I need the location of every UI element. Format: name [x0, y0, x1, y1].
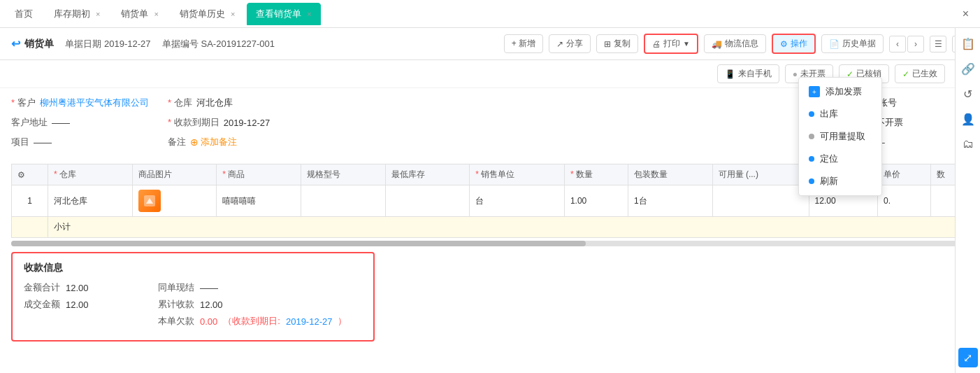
- subtotal-label: 小计: [48, 217, 968, 238]
- copy-button-label: 复制: [614, 38, 630, 50]
- total-amount-item: 金额合计 12.00: [24, 281, 136, 294]
- deal-amount-value: 12.00: [66, 300, 89, 310]
- share-icon: ↗: [556, 39, 563, 49]
- row-unit: 台: [470, 185, 565, 217]
- th-quantity: 数量: [564, 164, 628, 185]
- list-view-button[interactable]: ☰: [930, 36, 946, 52]
- tab-sales-order[interactable]: 销货单 ×: [112, 3, 167, 25]
- tab-sales-history[interactable]: 销货单历史 ×: [171, 3, 244, 25]
- sidebar-icon-expand[interactable]: ⤢: [958, 348, 978, 367]
- nav-arrows: ‹ ›: [889, 36, 924, 52]
- print-icon: 🖨: [652, 39, 661, 49]
- th-warehouse: 仓库: [48, 164, 132, 185]
- locate-item[interactable]: 定位: [799, 148, 881, 170]
- th-settings[interactable]: ⚙: [12, 164, 48, 185]
- tab-view-sales-close[interactable]: ×: [307, 10, 311, 18]
- from-phone-label: 来自手机: [738, 68, 772, 80]
- due-date-field: 收款到期日 2019-12-27: [168, 116, 308, 129]
- check2-icon: ✓: [902, 69, 909, 79]
- doc-title-label: 销货单: [24, 38, 54, 50]
- tab-sales-order-label: 销货单: [121, 8, 148, 20]
- sidebar-icon-5[interactable]: 🗂: [958, 134, 978, 154]
- available-qty-dot: [809, 134, 814, 139]
- total-amount-label: 金额合计: [24, 281, 60, 294]
- print-button[interactable]: 🖨 打印 ▼: [644, 34, 698, 54]
- logistics-button-label: 物流信息: [725, 38, 758, 50]
- refresh-item[interactable]: 刷新: [799, 170, 881, 192]
- debt-date: 2019-12-27: [286, 316, 333, 327]
- row-available: [712, 185, 809, 217]
- payment-box: 收款信息 金额合计 12.00 同单现结 —— 成交金额 12.00 累计收款 …: [11, 252, 375, 342]
- right-sidebar: 📋 🔗 ↺ 👤 🗂 ⤢: [955, 28, 980, 373]
- main-content: ↩ 销货单 单据日期 2019-12-27 单据编号 SA-20191227-0…: [0, 28, 980, 373]
- toolbar: + 新增 ↗ 分享 ⊞ 复制 🖨 打印 ▼ 🚚 物流信息 ⚙ 操作: [504, 34, 969, 54]
- total-amount-value: 12.00: [66, 283, 89, 293]
- th-available: 可用量 (...): [712, 164, 809, 185]
- cumulative-label: 累计收款: [158, 298, 194, 311]
- tab-sales-history-close[interactable]: ×: [231, 10, 235, 18]
- available-qty-item[interactable]: 可用量提取: [799, 125, 881, 148]
- tab-view-sales-label: 查看销货单: [256, 8, 301, 20]
- due-date-value: 2019-12-27: [224, 118, 271, 128]
- tab-inventory[interactable]: 库存期初 ×: [45, 3, 109, 25]
- sidebar-icon-2[interactable]: 🔗: [958, 59, 978, 78]
- th-min-stock: 最低库存: [385, 164, 470, 185]
- prev-button[interactable]: ‹: [889, 36, 906, 52]
- add-note-button[interactable]: ⊕ 添加备注: [190, 136, 237, 148]
- doc-icon: ↩: [11, 37, 20, 50]
- print-button-label: 打印: [663, 38, 680, 50]
- available-qty-label: 可用量提取: [820, 130, 865, 143]
- horizontal-scrollbar[interactable]: [11, 241, 969, 246]
- payment-title: 收款信息: [24, 262, 362, 274]
- due-date-label: 收款到期日: [168, 116, 219, 129]
- cumulative-value: 12.00: [200, 300, 223, 310]
- sidebar-icon-3[interactable]: ↺: [958, 84, 978, 104]
- doc-date-label: 单据日期: [65, 38, 101, 50]
- outbound-item[interactable]: 出库: [799, 103, 881, 125]
- tab-sales-order-close[interactable]: ×: [154, 10, 158, 18]
- not-open-icon: ●: [793, 69, 798, 79]
- tab-home[interactable]: 首页: [6, 3, 42, 25]
- outbound-label: 出库: [820, 108, 838, 120]
- add-invoice-icon: +: [809, 86, 820, 97]
- tab-sales-history-label: 销货单历史: [180, 8, 225, 20]
- tab-inventory-close[interactable]: ×: [96, 10, 100, 18]
- copy-button[interactable]: ⊞ 复制: [596, 34, 638, 53]
- debt-item: 本单欠款 0.00 （收款到期日: 2019-12-27 ）: [158, 315, 347, 328]
- scroll-thumb: [11, 241, 586, 246]
- th-unit: 销售单位: [470, 164, 565, 185]
- history-button-label: 历史单据: [842, 38, 876, 50]
- same-order-settlement-item: 同单现结 ——: [158, 281, 270, 294]
- from-phone-button[interactable]: 📱 来自手机: [717, 64, 779, 83]
- add-note-icon: ⊕: [190, 136, 199, 148]
- history-icon: 📄: [829, 39, 840, 49]
- project-label: 项目: [11, 136, 29, 148]
- operations-button[interactable]: ⚙ 操作: [772, 34, 816, 54]
- refresh-label: 刷新: [820, 175, 838, 188]
- logistics-button[interactable]: 🚚 物流信息: [704, 34, 766, 53]
- address-field: 客户地址 ——: [11, 116, 151, 129]
- payment-row-1: 金额合计 12.00 同单现结 ——: [24, 281, 362, 294]
- row-index: 1: [12, 185, 48, 217]
- customer-value[interactable]: 柳州粤港平安气体有限公司: [40, 97, 149, 109]
- check2-button[interactable]: ✓ 已生效: [895, 64, 945, 83]
- sidebar-icon-4[interactable]: 👤: [958, 109, 978, 129]
- copy-icon: ⊞: [604, 39, 611, 49]
- doc-date-value: 2019-12-27: [104, 38, 151, 49]
- warehouse-value: 河北仓库: [196, 97, 233, 109]
- add-invoice-item[interactable]: + 添加发票: [799, 80, 881, 103]
- row-image: [132, 185, 217, 217]
- th-product: 商品: [217, 164, 301, 185]
- next-button[interactable]: ›: [907, 36, 924, 52]
- deal-amount-item: 成交金额 12.00: [24, 298, 136, 311]
- row-quantity: 1.00: [564, 185, 628, 217]
- payment-row-3: 本单欠款 0.00 （收款到期日: 2019-12-27 ）: [24, 315, 362, 328]
- doc-number-item: 单据编号 SA-20191227-001: [162, 38, 275, 50]
- sidebar-icon-1[interactable]: 📋: [958, 34, 978, 53]
- window-close-button[interactable]: ×: [957, 8, 974, 20]
- history-button[interactable]: 📄 历史单据: [821, 34, 884, 53]
- subtotal-cell: [12, 217, 48, 238]
- share-button[interactable]: ↗ 分享: [549, 34, 591, 53]
- tab-view-sales[interactable]: 查看销货单 ×: [247, 3, 320, 25]
- new-button[interactable]: + 新增: [504, 34, 543, 53]
